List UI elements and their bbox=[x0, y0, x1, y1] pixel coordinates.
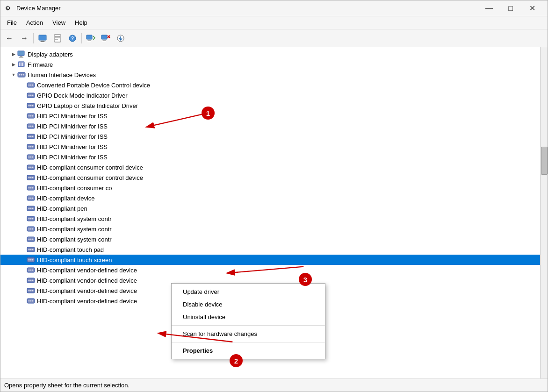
ctx-scan-hardware[interactable]: Scan for hardware changes bbox=[172, 328, 325, 340]
ctx-disable-device[interactable]: Disable device bbox=[172, 298, 325, 311]
menu-view[interactable]: View bbox=[48, 17, 70, 28]
svg-point-84 bbox=[32, 218, 34, 220]
item-label: GPIO Laptop or Slate Indicator Driver bbox=[37, 102, 138, 109]
ctx-uninstall-device-label: Uninstall device bbox=[183, 314, 225, 321]
close-button[interactable]: ✕ bbox=[521, 0, 543, 16]
scrollbar[interactable] bbox=[540, 47, 548, 378]
device-manager-button[interactable] bbox=[36, 31, 50, 45]
svg-point-108 bbox=[32, 280, 34, 281]
svg-point-94 bbox=[29, 249, 30, 250]
svg-point-28 bbox=[23, 74, 24, 76]
tree-item-hid-system-2[interactable]: ▶ HID-compliant system contr bbox=[0, 224, 540, 234]
scan-button[interactable] bbox=[84, 31, 98, 45]
svg-rect-12 bbox=[101, 35, 107, 39]
tree-item-hid-pci-2[interactable]: ▶ HID PCI Minidriver for ISS bbox=[0, 121, 540, 131]
device-icon bbox=[27, 194, 35, 202]
separator-2 bbox=[81, 33, 82, 43]
window-controls: — □ ✕ bbox=[478, 0, 543, 16]
back-button[interactable]: ← bbox=[2, 31, 16, 45]
tree-item-display-adapters[interactable]: ▶ Display adapters bbox=[0, 49, 540, 59]
window-title: Device Manager bbox=[16, 5, 478, 12]
menu-help[interactable]: Help bbox=[70, 17, 92, 28]
menu-bar: File Action View Help bbox=[0, 16, 548, 29]
minimize-button[interactable]: — bbox=[478, 0, 500, 16]
forward-button[interactable]: → bbox=[17, 31, 31, 45]
app-icon: ⚙ bbox=[5, 5, 13, 12]
svg-point-80 bbox=[32, 208, 34, 209]
svg-point-86 bbox=[29, 228, 30, 230]
menu-file[interactable]: File bbox=[2, 17, 22, 28]
properties-button[interactable] bbox=[50, 31, 65, 45]
tree-item-hid-system-3[interactable]: ▶ HID-compliant system contr bbox=[0, 234, 540, 244]
svg-point-88 bbox=[32, 228, 34, 230]
help-button[interactable]: ? bbox=[65, 31, 79, 45]
tree-item-hid-pci-5[interactable]: ▶ HID PCI Minidriver for ISS bbox=[0, 152, 540, 162]
svg-rect-19 bbox=[20, 56, 22, 57]
svg-point-35 bbox=[30, 95, 32, 96]
scrollbar-thumb[interactable] bbox=[541, 147, 548, 175]
tree-item-hid-device[interactable]: ▶ HID-compliant device bbox=[0, 193, 540, 203]
svg-point-116 bbox=[32, 300, 34, 302]
tree-item-hid-pci-1[interactable]: ▶ HID PCI Minidriver for ISS bbox=[0, 111, 540, 121]
ctx-uninstall-device[interactable]: Uninstall device bbox=[172, 311, 325, 323]
ctx-update-driver[interactable]: Update driver bbox=[172, 285, 325, 298]
tree-item-gpio-dock[interactable]: ▶ GPIO Dock Mode Indicator Driver bbox=[0, 90, 540, 100]
svg-rect-2 bbox=[40, 42, 45, 42]
tree-item-hid-consumer-2[interactable]: ▶ HID-compliant consumer control device bbox=[0, 172, 540, 183]
device-icon bbox=[27, 245, 35, 254]
svg-point-31 bbox=[30, 85, 32, 86]
device-icon bbox=[27, 81, 35, 89]
install-button[interactable] bbox=[114, 31, 128, 45]
device-icon bbox=[27, 143, 35, 151]
tree-item-human-interface[interactable]: ▼ Human Interface Devices bbox=[0, 70, 540, 80]
svg-point-106 bbox=[29, 280, 30, 281]
device-icon bbox=[27, 214, 35, 223]
svg-point-98 bbox=[29, 259, 30, 261]
svg-point-112 bbox=[32, 290, 34, 292]
item-label: HID PCI Minidriver for ISS bbox=[37, 113, 108, 120]
svg-point-74 bbox=[29, 198, 30, 199]
ctx-disable-device-label: Disable device bbox=[183, 301, 223, 308]
remove-device-button[interactable] bbox=[99, 31, 113, 45]
item-label: HID-compliant pen bbox=[37, 205, 87, 212]
device-manager-window: ⚙ Device Manager — □ ✕ File Action View … bbox=[0, 0, 548, 392]
item-label: HID-compliant vendor-defined device bbox=[37, 287, 137, 294]
svg-point-102 bbox=[29, 270, 30, 271]
tree-item-hid-consumer-3[interactable]: ▶ HID-compliant consumer co bbox=[0, 183, 540, 193]
device-icon bbox=[27, 184, 35, 192]
svg-point-54 bbox=[29, 146, 30, 148]
item-label: HID-compliant consumer control device bbox=[37, 174, 143, 181]
tree-item-hid-pci-4[interactable]: ▶ HID PCI Minidriver for ISS bbox=[0, 142, 540, 152]
device-icon bbox=[17, 60, 26, 69]
svg-point-43 bbox=[30, 115, 32, 117]
item-label: HID-compliant vendor-defined device bbox=[37, 267, 137, 274]
tree-item-gpio-laptop[interactable]: ▶ GPIO Laptop or Slate Indicator Driver bbox=[0, 100, 540, 111]
svg-rect-3 bbox=[54, 35, 61, 42]
svg-point-90 bbox=[29, 239, 30, 240]
item-label: HID-compliant vendor-defined device bbox=[37, 298, 137, 305]
maximize-button[interactable]: □ bbox=[500, 0, 521, 16]
tree-item-converted-portable[interactable]: ▶ Converted Portable Device Control devi… bbox=[0, 80, 540, 90]
svg-point-115 bbox=[30, 300, 32, 302]
item-label: HID PCI Minidriver for ISS bbox=[37, 123, 108, 130]
tree-item-hid-consumer-1[interactable]: ▶ HID-compliant consumer control device bbox=[0, 162, 540, 172]
ctx-properties[interactable]: Properties bbox=[172, 344, 325, 357]
expand-icon: ▶ bbox=[10, 61, 17, 68]
tree-item-hid-touchscreen[interactable]: ▶ HID-compliant touch screen bbox=[0, 255, 540, 265]
tree-item-hid-vendor-1[interactable]: ▶ HID-compliant vendor-defined device bbox=[0, 265, 540, 275]
tree-item-hid-system-1[interactable]: ▶ HID-compliant system contr bbox=[0, 214, 540, 224]
device-icon bbox=[27, 163, 35, 171]
tree-item-hid-pci-3[interactable]: ▶ HID PCI Minidriver for ISS bbox=[0, 131, 540, 142]
tree-item-hid-pen[interactable]: ▶ HID-compliant pen bbox=[0, 203, 540, 214]
svg-rect-9 bbox=[87, 35, 92, 39]
svg-point-62 bbox=[29, 167, 30, 168]
device-icon bbox=[27, 112, 35, 120]
svg-point-79 bbox=[30, 208, 32, 209]
svg-point-96 bbox=[32, 249, 34, 250]
svg-point-76 bbox=[32, 198, 34, 199]
context-menu: Update driver Disable device Uninstall d… bbox=[171, 283, 325, 359]
menu-action[interactable]: Action bbox=[22, 17, 48, 28]
svg-rect-14 bbox=[102, 41, 106, 41]
tree-item-firmware[interactable]: ▶ Firmware bbox=[0, 59, 540, 70]
tree-item-hid-touchpad[interactable]: ▶ HID-compliant touch pad bbox=[0, 244, 540, 255]
